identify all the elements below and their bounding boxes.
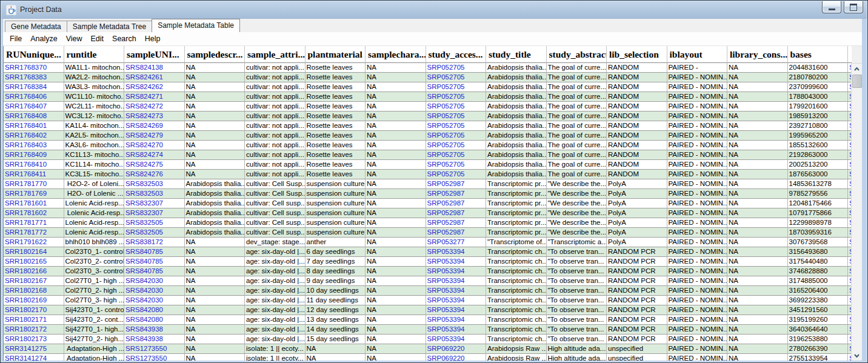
- table-cell[interactable]: Sij423T0_1- control: [64, 305, 125, 315]
- table-cell[interactable]: Transcriptomic ch...: [486, 315, 547, 325]
- table-cell[interactable]: "We describe the...: [547, 218, 607, 228]
- table-cell[interactable]: age: six-day-old |...: [245, 247, 305, 257]
- table-row-SRR1768410[interactable]: SRR1768410KC1L14- mitocho...SRS824275NAc…: [4, 160, 852, 170]
- vertical-scrollbar[interactable]: [851, 63, 862, 361]
- table-cell[interactable]: RANDOM: [607, 121, 667, 131]
- accession-link[interactable]: SRP052987: [426, 218, 487, 228]
- table-cell[interactable]: NA: [727, 179, 788, 189]
- table-cell[interactable]: Col27T0_3- high ...: [64, 296, 125, 305]
- table-cell[interactable]: KA3L6- mitochon...: [64, 141, 125, 150]
- table-cell[interactable]: RANDOM: [607, 141, 667, 150]
- table-cell[interactable]: "We describe the...: [547, 199, 607, 208]
- table-cell[interactable]: NA: [366, 305, 426, 315]
- table-cell[interactable]: PAIRED - NOMIN...: [667, 121, 728, 131]
- table-cell[interactable]: Arabidopsis thalia...: [486, 82, 547, 92]
- table-cell[interactable]: PAIRED - NOMIN...: [667, 102, 728, 112]
- table-cell[interactable]: 12048175466: [788, 199, 849, 208]
- accession-link[interactable]: SRR1802168: [4, 286, 64, 296]
- table-cell[interactable]: NA: [727, 112, 788, 121]
- table-cell[interactable]: PAIRED - NOMIN...: [667, 131, 728, 141]
- table-cell[interactable]: NA: [727, 170, 788, 179]
- table-cell[interactable]: cultivar: Cell susp...: [245, 218, 305, 228]
- table-cell[interactable]: NA: [727, 315, 788, 325]
- accession-link[interactable]: SRP052705: [426, 92, 487, 102]
- table-cell[interactable]: "Transcriptome of...: [486, 238, 547, 247]
- table-cell[interactable]: NA: [366, 179, 426, 189]
- table-cell[interactable]: RANDOM PCR: [607, 315, 667, 325]
- accession-link[interactable]: SRP053394: [426, 305, 487, 315]
- table-row-SRR1781772[interactable]: SRR1781772Lolenic Acid-resp...SRS832505A…: [4, 228, 852, 238]
- table-cell[interactable]: cultivar: not appli...: [245, 121, 305, 131]
- table-cell[interactable]: NA: [185, 335, 245, 344]
- table-cell[interactable]: NA: [366, 267, 426, 276]
- table-cell[interactable]: 3699223380: [788, 296, 849, 305]
- table-cell[interactable]: H2O- of Lolenic ...: [64, 189, 125, 199]
- table-cell[interactable]: NA: [185, 354, 245, 361]
- table-cell[interactable]: NA: [366, 102, 426, 112]
- table-cell[interactable]: 12299898978: [788, 218, 849, 228]
- table-cell[interactable]: PAIRED - NOMIN...: [667, 189, 728, 199]
- accession-link[interactable]: SRS1273550: [124, 354, 185, 361]
- table-row-SRR1781770[interactable]: SRR1781770 H2O-2- of Loleni...SRS832503A…: [4, 179, 852, 189]
- accession-link[interactable]: SRR1768410: [4, 160, 64, 170]
- table-cell[interactable]: Transcriptomic pr...: [486, 218, 547, 228]
- accession-link[interactable]: SRR1802164: [4, 247, 64, 257]
- table-cell[interactable]: PAIRED - NOMIN...: [667, 267, 728, 276]
- column-header-sample-attri[interactable]: sample_attri...: [245, 46, 305, 63]
- table-cell[interactable]: Rosette leaves: [305, 150, 366, 160]
- table-cell[interactable]: Transcriptomic ch...: [486, 267, 547, 276]
- table-cell[interactable]: 13 day seedlings: [305, 315, 366, 325]
- table-cell[interactable]: 11 day seedlings: [305, 296, 366, 305]
- accession-link[interactable]: SRS832505: [124, 228, 185, 238]
- table-cell[interactable]: age: six-day-old |...: [245, 296, 305, 305]
- table-cell[interactable]: "We describe the...: [547, 189, 607, 199]
- table-cell[interactable]: suspension culture: [305, 179, 366, 189]
- table-cell[interactable]: cultivar: not appli...: [245, 82, 305, 92]
- table-cell[interactable]: NA: [727, 276, 788, 286]
- column-header-study-acces[interactable]: study_acces...: [426, 46, 487, 63]
- accession-link[interactable]: SRP053394: [426, 315, 487, 325]
- accession-link[interactable]: SRS838172: [124, 238, 185, 247]
- table-cell[interactable]: "To observe tran...: [547, 276, 607, 286]
- accession-link[interactable]: SRS1273550: [124, 344, 185, 354]
- table-row-SRR1781771[interactable]: SRR1781771Lolenic Acid-resp...SRS832505A…: [4, 218, 852, 228]
- table-cell[interactable]: "To observe tran...: [547, 315, 607, 325]
- table-row-SRR1802167[interactable]: SRR1802167Col27T0_1- high ...SRS842030NA…: [4, 276, 852, 286]
- table-cell[interactable]: NA: [305, 344, 366, 354]
- table-cell[interactable]: NA: [727, 286, 788, 296]
- table-cell[interactable]: NA: [727, 131, 788, 141]
- table-cell[interactable]: Rosette leaves: [305, 73, 366, 82]
- table-cell[interactable]: 2755133954: [788, 354, 849, 361]
- table-cell[interactable]: NA: [727, 257, 788, 267]
- table-cell[interactable]: NA: [185, 131, 245, 141]
- table-cell[interactable]: NA: [727, 354, 788, 361]
- table-cell[interactable]: Arabidopsis thalia...: [486, 141, 547, 150]
- accession-link[interactable]: SRS832307: [124, 208, 185, 218]
- table-row-SRR1781602[interactable]: SRR1781602 Lolenic Acid-resp...SRS832307…: [4, 208, 852, 218]
- table-cell[interactable]: PAIRED - NOMIN...: [667, 150, 728, 160]
- accession-link[interactable]: SRR1791622: [4, 238, 64, 247]
- table-cell[interactable]: PAIRED -: [667, 63, 728, 73]
- table-cell[interactable]: NA: [727, 296, 788, 305]
- table-cell[interactable]: KA2L5- mitochon...: [64, 131, 125, 141]
- accession-link[interactable]: SRR1781772: [4, 228, 64, 238]
- table-cell[interactable]: bhlh010 bhlh089 ...: [64, 238, 125, 247]
- accession-link[interactable]: SRR1768384: [4, 82, 64, 92]
- table-cell[interactable]: NA: [185, 344, 245, 354]
- table-cell[interactable]: 1799201600: [788, 102, 849, 112]
- table-cell[interactable]: Rosette leaves: [305, 131, 366, 141]
- table-cell[interactable]: NA: [185, 170, 245, 179]
- accession-link[interactable]: SRS832503: [124, 179, 185, 189]
- table-cell[interactable]: NA: [727, 305, 788, 315]
- table-cell[interactable]: NA: [366, 315, 426, 325]
- table-row-SRR3141274[interactable]: SRR3141274 Adaptation-High ...SRS1273550…: [4, 354, 852, 361]
- table-cell[interactable]: NA: [727, 92, 788, 102]
- table-cell[interactable]: "Transcriptomic a...: [547, 238, 607, 247]
- table-cell[interactable]: NA: [366, 141, 426, 150]
- table-cell[interactable]: isolate: 1 || ecoty...: [245, 354, 305, 361]
- accession-link[interactable]: SRR1768409: [4, 150, 64, 160]
- table-cell[interactable]: "To observe tran...: [547, 286, 607, 296]
- table-cell[interactable]: 7 day seedlings: [305, 257, 366, 267]
- table-cell[interactable]: The goal of curre...: [547, 160, 607, 170]
- accession-link[interactable]: SRR1781602: [4, 208, 64, 218]
